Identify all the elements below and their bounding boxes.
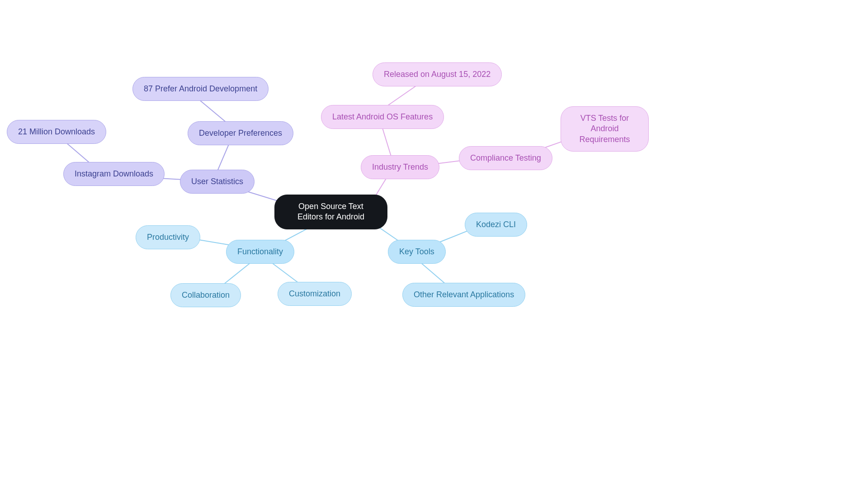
- node-label: Kodezi CLI: [476, 219, 516, 230]
- node-label: Compliance Testing: [470, 153, 541, 163]
- node-collaboration[interactable]: Collaboration: [170, 283, 241, 307]
- node-instagram-downloads[interactable]: Instagram Downloads: [63, 162, 165, 186]
- node-latest-android[interactable]: Latest Android OS Features: [321, 105, 444, 129]
- node-vts-tests[interactable]: VTS Tests for Android Requirements: [561, 106, 649, 152]
- node-21m-downloads[interactable]: 21 Million Downloads: [7, 120, 106, 144]
- node-compliance-testing[interactable]: Compliance Testing: [459, 146, 552, 170]
- node-label: Other Relevant Applications: [414, 290, 514, 300]
- node-functionality[interactable]: Functionality: [226, 240, 294, 264]
- node-customization[interactable]: Customization: [278, 282, 352, 306]
- root-label: Open Source Text Editors for Android: [286, 201, 376, 223]
- node-key-tools[interactable]: Key Tools: [388, 240, 446, 264]
- node-label: User Statistics: [191, 176, 243, 187]
- node-label: Industry Trends: [372, 162, 428, 172]
- node-label: 87 Prefer Android Development: [144, 84, 257, 94]
- svg-line-4: [199, 100, 226, 122]
- node-label: Collaboration: [182, 290, 230, 300]
- node-label: Key Tools: [399, 247, 434, 257]
- node-label: Customization: [289, 289, 340, 299]
- node-other-apps[interactable]: Other Relevant Applications: [402, 283, 525, 307]
- node-industry-trends[interactable]: Industry Trends: [361, 155, 439, 179]
- node-label: Latest Android OS Features: [332, 112, 433, 122]
- node-productivity[interactable]: Productivity: [136, 225, 200, 249]
- node-label: Developer Preferences: [199, 128, 282, 138]
- svg-line-7: [387, 86, 416, 106]
- root-node[interactable]: Open Source Text Editors for Android: [274, 195, 387, 229]
- node-label: Functionality: [237, 247, 283, 257]
- node-label: VTS Tests for Android Requirements: [572, 113, 637, 145]
- node-released-date[interactable]: Released on August 15, 2022: [373, 62, 502, 86]
- node-87-prefer[interactable]: 87 Prefer Android Development: [132, 77, 269, 101]
- node-user-statistics[interactable]: User Statistics: [180, 170, 255, 194]
- mindmap-canvas: Open Source Text Editors for Android Use…: [0, 0, 868, 490]
- node-label: Released on August 15, 2022: [384, 69, 491, 80]
- node-kodezi-cli[interactable]: Kodezi CLI: [465, 213, 527, 237]
- node-label: 21 Million Downloads: [18, 127, 95, 137]
- node-label: Instagram Downloads: [75, 169, 153, 179]
- node-label: Productivity: [147, 232, 189, 243]
- node-developer-preferences[interactable]: Developer Preferences: [188, 121, 293, 145]
- svg-line-6: [382, 127, 391, 156]
